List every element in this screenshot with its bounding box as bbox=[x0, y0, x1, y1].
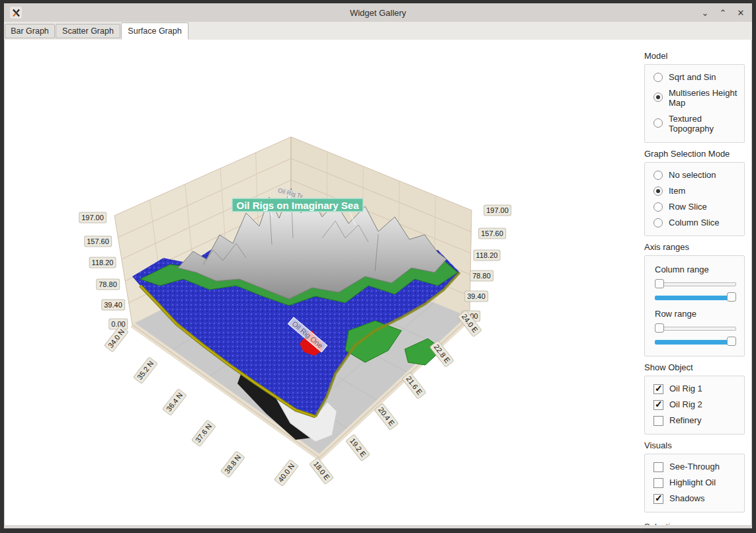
elev-tick-right: 157.60 bbox=[478, 228, 506, 239]
model-group: Sqrt and Sin Multiseries Height Map Text… bbox=[644, 64, 745, 143]
elev-tick-left: 157.60 bbox=[84, 236, 112, 247]
row-range-label: Row range bbox=[655, 309, 744, 319]
checkbox-shadows[interactable]: Shadows bbox=[653, 494, 744, 504]
radio-icon-selected[interactable] bbox=[653, 186, 663, 196]
slider-handle[interactable] bbox=[655, 279, 664, 288]
radio-icon[interactable] bbox=[653, 218, 663, 227]
checkbox-highlight-oil[interactable]: Highlight Oil bbox=[653, 478, 744, 488]
elev-tick-left: 197.00 bbox=[79, 212, 106, 224]
radio-sqrt-and-sin[interactable]: Sqrt and Sin bbox=[653, 73, 744, 83]
checkbox-icon-checked[interactable] bbox=[653, 384, 663, 394]
radio-icon[interactable] bbox=[653, 118, 663, 128]
slider-track-filled[interactable] bbox=[655, 340, 736, 345]
column-range-label: Column range bbox=[655, 265, 744, 274]
checkbox-icon[interactable] bbox=[653, 462, 663, 472]
elev-tick-right: 39.40 bbox=[464, 291, 488, 302]
slider-handle[interactable] bbox=[727, 337, 736, 346]
radio-textured-topography[interactable]: Textured Topography bbox=[653, 114, 744, 134]
graph-title-label: Oil Rigs on Imaginary Sea bbox=[231, 198, 363, 212]
surface-graph-canvas[interactable]: 197.00 157.60 118.20 78.80 39.40 0.00 19… bbox=[5, 40, 638, 525]
elev-tick-right: 78.80 bbox=[470, 270, 493, 282]
elev-tick-right: 118.20 bbox=[474, 250, 501, 261]
radio-item[interactable]: Item bbox=[653, 186, 744, 196]
tab-bar: Bar Graph Scatter Graph Surface Graph bbox=[4, 22, 752, 40]
row-range-min-slider[interactable] bbox=[655, 323, 736, 334]
tab-bar-graph[interactable]: Bar Graph bbox=[5, 24, 55, 38]
checkbox-refinery[interactable]: Refinery bbox=[653, 416, 744, 426]
column-range-max-slider[interactable] bbox=[655, 292, 736, 303]
elev-tick-right: 197.00 bbox=[483, 205, 511, 216]
maximize-icon[interactable]: ⌃ bbox=[717, 8, 729, 18]
window-title: Widget Gallery bbox=[4, 3, 752, 22]
radio-column-slice[interactable]: Column Slice bbox=[653, 218, 744, 228]
visuals-group: See-Through Highlight Oil Shadows bbox=[644, 454, 745, 512]
checkbox-oil-rig-1[interactable]: Oil Rig 1 bbox=[653, 384, 744, 394]
visuals-section-title: Visuals bbox=[644, 440, 753, 450]
slider-track[interactable] bbox=[655, 327, 736, 331]
elev-tick-left: 118.20 bbox=[89, 257, 116, 268]
radio-multiseries-height-map[interactable]: Multiseries Height Map bbox=[653, 89, 744, 108]
close-icon[interactable]: ✕ bbox=[735, 8, 747, 18]
slider-track[interactable] bbox=[655, 282, 736, 286]
checkbox-oil-rig-2[interactable]: Oil Rig 2 bbox=[653, 400, 744, 410]
window-controls: ⌄ ⌃ ✕ bbox=[699, 3, 747, 22]
model-section-title: Model bbox=[644, 51, 753, 61]
checkbox-icon-checked[interactable] bbox=[653, 400, 663, 410]
slider-handle[interactable] bbox=[655, 323, 664, 333]
radio-icon[interactable] bbox=[653, 73, 663, 82]
show-object-section-title: Show Object bbox=[644, 362, 753, 372]
control-panel: Model Sqrt and Sin Multiseries Height Ma… bbox=[640, 45, 753, 533]
checkbox-see-through[interactable]: See-Through bbox=[653, 462, 744, 472]
radio-row-slice[interactable]: Row Slice bbox=[653, 202, 744, 212]
selection-mode-section-title: Graph Selection Mode bbox=[644, 149, 753, 159]
tab-surface-graph[interactable]: Surface Graph bbox=[121, 22, 189, 40]
titlebar: Widget Gallery ⌄ ⌃ ✕ bbox=[4, 3, 752, 22]
slider-handle[interactable] bbox=[727, 292, 736, 302]
checkbox-icon[interactable] bbox=[653, 478, 663, 488]
checkbox-icon-checked[interactable] bbox=[653, 494, 663, 504]
slider-track-filled[interactable] bbox=[655, 296, 736, 300]
checkbox-icon[interactable] bbox=[653, 416, 663, 426]
row-range-max-slider[interactable] bbox=[655, 336, 736, 347]
axis-ranges-section-title: Axis ranges bbox=[644, 242, 753, 252]
tab-scatter-graph[interactable]: Scatter Graph bbox=[56, 24, 120, 38]
elev-tick-left: 78.80 bbox=[96, 279, 120, 290]
radio-icon-selected[interactable] bbox=[653, 93, 663, 102]
application-window: Widget Gallery ⌄ ⌃ ✕ Bar Graph Scatter G… bbox=[0, 0, 756, 533]
selection-mode-group: No selection Item Row Slice Column Slice bbox=[644, 162, 745, 237]
window-bottom-strip bbox=[4, 525, 752, 528]
content-pane: 197.00 157.60 118.20 78.80 39.40 0.00 19… bbox=[4, 40, 752, 525]
radio-icon[interactable] bbox=[653, 171, 663, 180]
radio-no-selection[interactable]: No selection bbox=[653, 171, 744, 181]
elev-tick-left: 39.40 bbox=[101, 300, 125, 311]
show-object-group: Oil Rig 1 Oil Rig 2 Refinery bbox=[644, 376, 745, 434]
radio-icon[interactable] bbox=[653, 202, 663, 212]
column-range-min-slider[interactable] bbox=[655, 278, 736, 290]
minimize-icon[interactable]: ⌄ bbox=[699, 8, 711, 18]
axis-ranges-group: Column range Row range bbox=[644, 255, 745, 356]
